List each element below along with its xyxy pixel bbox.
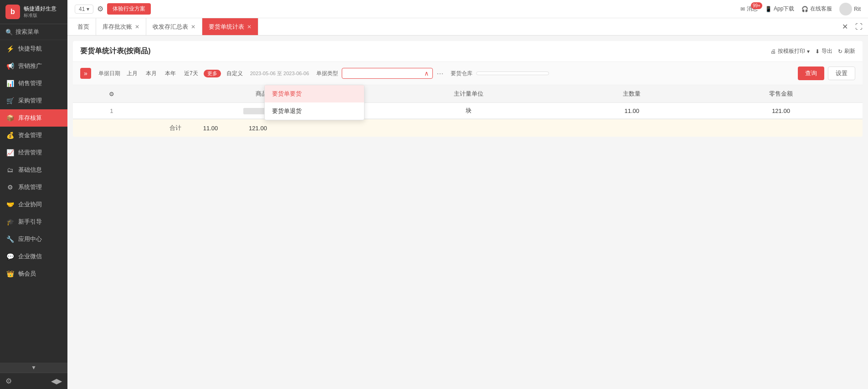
export-icon: ⬇ (815, 48, 820, 55)
date-btn-this-month[interactable]: 本月 (143, 69, 159, 78)
marketing-icon: 📢 (5, 62, 15, 70)
type-select[interactable]: ∧ (342, 68, 433, 79)
date-options: 上月 本月 本年 近7天 更多 自定义 (124, 69, 246, 78)
date-btn-this-year[interactable]: 本年 (162, 69, 179, 78)
tab-expand-icon[interactable]: ⛶ (853, 23, 864, 31)
online-service-label: 在线客服 (810, 5, 832, 13)
basic-icon: 🗂 (5, 166, 15, 174)
sidebar-item-label: 营销推广 (18, 62, 42, 70)
app-download-btn[interactable]: 📱 App下载 (765, 5, 794, 13)
tab-inventory-batch-close[interactable]: ✕ (135, 24, 139, 30)
sidebar-item-label: 新手引导 (18, 218, 42, 226)
sidebar-item-label: 系统管理 (18, 183, 42, 191)
sidebar-item-marketing[interactable]: 📢 营销推广 (0, 57, 67, 75)
settings-btn[interactable]: 设置 (828, 67, 855, 80)
tab-close-all-icon[interactable]: ✕ (840, 22, 850, 31)
col-quantity: 主数量 (564, 85, 699, 103)
tab-home[interactable]: 首页 (71, 18, 96, 35)
messages-btn[interactable]: ✉ 消息 99+ (740, 5, 758, 13)
date-btn-custom[interactable]: 自定义 (224, 69, 246, 78)
sidebar-item-quick-nav[interactable]: ⚡ 快捷导航 (0, 40, 67, 57)
tab-order-stats-label: 要货单统计表 (209, 23, 244, 31)
col-settings-icon[interactable]: ⚙ (73, 85, 150, 103)
header-selector[interactable]: 41 ▾ (75, 5, 93, 14)
sidebar-item-wechat[interactable]: 💬 企业微信 (0, 248, 67, 265)
table-row: 1 块 11.00 121.00 (73, 103, 863, 119)
wechat-icon: 💬 (5, 253, 15, 260)
headset-icon: 🎧 (801, 6, 808, 12)
online-service-btn[interactable]: 🎧 在线客服 (801, 5, 832, 13)
collapse-footer-icon[interactable]: ◀▶ (51, 377, 62, 385)
sales-icon: 📊 (5, 80, 15, 87)
data-table: ⚙ 商品 主计量单位 主数量 零售金额 1 块 11.00 (73, 85, 863, 119)
industry-btn[interactable]: 体验行业方案 (107, 3, 151, 15)
warehouse-select[interactable] (476, 72, 549, 75)
header-settings-icon[interactable]: ⚙ (97, 5, 103, 13)
tab-inventory-batch-label: 库存批次账 (103, 23, 132, 31)
sidebar-item-guide[interactable]: 🎓 新手引导 (0, 213, 67, 230)
sidebar-item-label: 应用中心 (18, 235, 42, 243)
tab-receive-summary[interactable]: 收发存汇总表 ✕ (146, 18, 202, 35)
tab-inventory-batch[interactable]: 库存批次账 ✕ (96, 18, 146, 35)
page-header: 要货单统计表(按商品) 🖨 按模板打印 ▾ ⬇ 导出 ↻ 刷新 (73, 41, 863, 62)
date-btn-more[interactable]: 更多 (204, 70, 221, 77)
cooperation-icon: 🤝 (5, 201, 15, 208)
filter-warehouse-group: 要货仓库 (451, 70, 549, 77)
sidebar-scroll-down[interactable]: ▼ (0, 363, 67, 373)
sidebar-item-finance[interactable]: 💰 资金管理 (0, 127, 67, 144)
settings-footer-icon[interactable]: ⚙ (5, 377, 12, 385)
logo-icon: b (5, 5, 20, 19)
selector-arrow-icon: ▾ (87, 6, 89, 12)
type-filter-label: 单据类型 (316, 70, 338, 77)
table-footer: 合计 11.00 121.00 (73, 119, 863, 137)
filter-expand-btn[interactable]: » (80, 68, 91, 79)
tab-order-stats[interactable]: 要货单统计表 ✕ (202, 18, 258, 35)
sidebar-item-label: 快捷导航 (18, 45, 42, 53)
sidebar-search[interactable]: 🔍 搜索菜单 (0, 24, 67, 40)
tab-order-stats-close[interactable]: ✕ (247, 24, 252, 30)
sidebar-item-basic[interactable]: 🗂 基础信息 (0, 161, 67, 179)
dropdown-item-yh-order[interactable]: 要货单要货 (265, 85, 364, 102)
sidebar-item-member[interactable]: 👑 畅会员 (0, 265, 67, 282)
app-download-label: App下载 (774, 5, 794, 13)
sidebar-item-cooperation[interactable]: 🤝 企业协同 (0, 196, 67, 213)
filter-bar: » 单据日期 上月 本月 本年 近7天 更多 自定义 2023-05-06 至 … (73, 62, 863, 85)
tabs-bar: 首页 库存批次账 ✕ 收发存汇总表 ✕ 要货单统计表 ✕ ✕ ⛶ (67, 18, 868, 36)
sidebar: b 畅捷通好生意 标准版 🔍 搜索菜单 ⚡ 快捷导航 📢 营销推广 📊 销售管理… (0, 0, 67, 389)
export-btn[interactable]: ⬇ 导出 (815, 47, 832, 55)
print-icon: 🖨 (770, 48, 776, 55)
refresh-btn[interactable]: ↻ 刷新 (838, 47, 855, 55)
sidebar-item-inventory[interactable]: 📦 库存核算 (0, 109, 67, 127)
top-header: 41 ▾ ⚙ 体验行业方案 ✉ 消息 99+ 📱 App下载 🎧 在线客服 R (67, 0, 868, 18)
selector-value: 41 (79, 6, 85, 12)
row-unit: 块 (373, 103, 564, 119)
sidebar-logo: b 畅捷通好生意 标准版 (0, 0, 67, 24)
user-profile[interactable]: Rit (839, 3, 861, 15)
sidebar-item-operation[interactable]: 📈 经营管理 (0, 144, 67, 161)
query-btn[interactable]: 查询 (798, 67, 824, 80)
sidebar-item-purchase[interactable]: 🛒 采购管理 (0, 92, 67, 109)
print-template-btn[interactable]: 🖨 按模板打印 ▾ (770, 47, 810, 55)
system-icon: ⚙ (5, 184, 15, 191)
dropdown-item-yh-return[interactable]: 要货单退货 (265, 102, 364, 120)
operation-icon: 📈 (5, 149, 15, 156)
sidebar-item-system[interactable]: ⚙ 系统管理 (0, 179, 67, 196)
date-btn-7days[interactable]: 近7天 (181, 69, 201, 78)
type-select-arrow[interactable]: ∧ (424, 70, 429, 77)
filter-more-btn[interactable]: ··· (437, 69, 443, 77)
purchase-icon: 🛒 (5, 97, 15, 104)
tab-receive-summary-close[interactable]: ✕ (191, 24, 195, 30)
refresh-icon: ↻ (838, 48, 842, 55)
footer-amount: 121.00 (240, 125, 276, 132)
sidebar-item-appstore[interactable]: 🔧 应用中心 (0, 230, 67, 248)
sidebar-footer: ⚙ ◀▶ (0, 373, 67, 389)
filter-actions: 查询 设置 (798, 67, 855, 80)
row-num: 1 (73, 103, 150, 119)
sidebar-item-sales[interactable]: 📊 销售管理 (0, 75, 67, 92)
date-btn-last-month[interactable]: 上月 (124, 69, 140, 78)
warehouse-filter-label: 要货仓库 (451, 70, 473, 77)
print-arrow-icon: ▾ (807, 48, 810, 55)
mobile-icon: 📱 (765, 6, 772, 12)
footer-label: 合计 (78, 124, 181, 132)
tab-home-label: 首页 (77, 23, 89, 31)
